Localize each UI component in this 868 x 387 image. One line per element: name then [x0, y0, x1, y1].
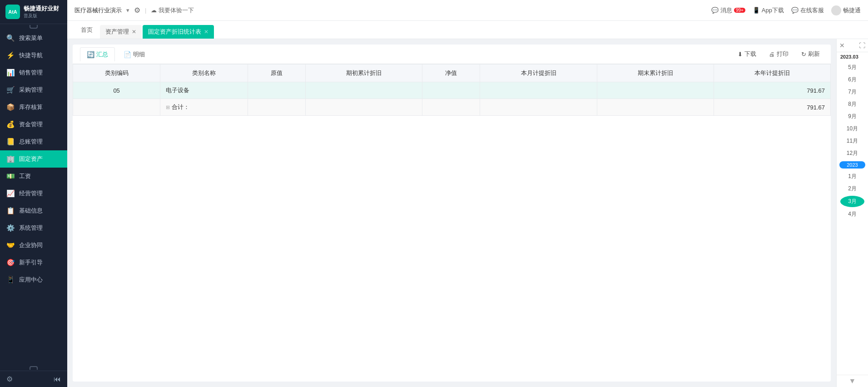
sidebar-scroll-down[interactable] [30, 366, 38, 370]
sidebar-item-operations[interactable]: 📈 经营管理 [0, 185, 67, 202]
summary-month-dep [480, 99, 597, 116]
sub-tab-detail[interactable]: 📄 明细 [117, 47, 152, 61]
month-4[interactable]: 4月 [837, 208, 868, 220]
depreciation-table: 类别编码 类别名称 原值 期初累计折旧 净值 本月计提折旧 期末累计折旧 本年计… [73, 64, 831, 116]
sidebar-item-basics[interactable]: 📋 基础信息 [0, 202, 67, 219]
app-download-button[interactable]: 📱 App下载 [753, 6, 784, 15]
year-2023-label[interactable]: 2023 [839, 161, 865, 169]
summary-label-cell: ⊞ 合计： [160, 99, 248, 116]
month-6[interactable]: 6月 [837, 74, 868, 86]
month-5[interactable]: 5月 [837, 61, 868, 74]
tab-home[interactable]: 首页 [74, 22, 99, 39]
refresh-button[interactable]: ↻ 刷新 [798, 48, 823, 60]
sidebar-label-system: 系统管理 [19, 224, 43, 232]
sidebar-item-search[interactable]: 🔍 搜索菜单 [0, 30, 67, 47]
month-2[interactable]: 2月 [837, 183, 868, 195]
month-11[interactable]: 11月 [837, 135, 868, 147]
month-8[interactable]: 8月 [837, 98, 868, 110]
sidebar-item-payroll[interactable]: 💵 工资 [0, 168, 67, 185]
summary-end-dep [597, 99, 714, 116]
tab-depreciation[interactable]: 固定资产折旧统计表 ✕ [143, 25, 214, 39]
ledger-icon: 📒 [6, 138, 15, 146]
print-icon: 🖨 [769, 51, 775, 58]
download-icon: 📱 [753, 7, 760, 14]
sidebar-label-operations: 经营管理 [19, 189, 43, 198]
sidebar-label-inventory: 库存核算 [19, 103, 43, 111]
download-button[interactable]: ⬇ 下载 [734, 48, 760, 60]
month-12[interactable]: 12月 [837, 147, 868, 159]
app-logo: AtA 畅捷通好业财 普及版 [0, 0, 67, 24]
search-icon: 🔍 [6, 34, 15, 42]
sidebar-label-purchase: 采购管理 [19, 86, 43, 94]
sidebar-item-funds[interactable]: 💰 资金管理 [0, 116, 67, 133]
online-service-button[interactable]: 💬 在线客服 [791, 6, 824, 15]
cell-year-dep: 791.67 [714, 82, 830, 99]
tab-close-asset-mgmt[interactable]: ✕ [132, 29, 136, 35]
app-name: 畅捷通好业财 [24, 5, 59, 13]
payroll-icon: 💵 [6, 172, 15, 180]
avatar-icon [831, 5, 841, 15]
sidebar-item-inventory[interactable]: 📦 库存核算 [0, 99, 67, 116]
table-row: 05 电子设备 791.67 [73, 82, 831, 99]
sidebar-item-enterprise[interactable]: 🤝 企业协同 [0, 237, 67, 254]
message-badge: 99+ [734, 8, 745, 13]
tabbar: 首页 资产管理 ✕ 固定资产折旧统计表 ✕ [67, 21, 868, 39]
right-panel-close-button[interactable]: ✕ [839, 42, 845, 49]
detail-icon: 📄 [124, 51, 131, 58]
col-header-year-dep: 本年计提折旧 [714, 64, 830, 82]
funds-icon: 💰 [6, 120, 15, 129]
month-7[interactable]: 7月 [837, 86, 868, 98]
col-header-original: 原值 [248, 64, 305, 82]
page-area: 🔄 汇总 📄 明细 ⬇ 下载 🖨 打印 [73, 45, 831, 382]
sidebar-item-purchase[interactable]: 🛒 采购管理 [0, 81, 67, 99]
cell-original [248, 82, 305, 99]
company-dropdown-icon[interactable]: ▾ [126, 7, 129, 14]
year-month-label: 2023.03 [837, 52, 868, 61]
sub-tab-summary[interactable]: 🔄 汇总 [80, 47, 115, 61]
sidebar-item-fixed-assets[interactable]: 🏢 固定资产 [0, 150, 67, 168]
sidebar-label-search: 搜索菜单 [19, 34, 43, 42]
tab-close-depreciation[interactable]: ✕ [204, 29, 208, 35]
month-3-active[interactable]: 3月 [840, 196, 864, 207]
settings-icon[interactable]: ⚙ [6, 375, 13, 383]
summary-begin-dep [305, 99, 422, 116]
system-icon: ⚙️ [6, 224, 15, 232]
month-1[interactable]: 1月 [837, 170, 868, 183]
sidebar-label-quick-nav: 快捷导航 [19, 51, 43, 60]
sidebar-scroll-up[interactable] [30, 25, 38, 29]
topbar-settings-icon[interactable]: ⚙ [134, 6, 140, 15]
message-button[interactable]: 💬 消息 99+ [711, 6, 745, 15]
user-button[interactable]: 畅捷通 [831, 5, 861, 15]
month-9[interactable]: 9月 [837, 110, 868, 123]
sidebar-item-ledger[interactable]: 📒 总账管理 [0, 133, 67, 150]
operations-icon: 📈 [6, 189, 15, 198]
enterprise-icon: 🤝 [6, 241, 15, 249]
sidebar-label-fixed-assets: 固定资产 [19, 155, 43, 163]
right-panel: ✕ ⛶ 2023.03 5月 6月 7月 8月 9月 10月 11月 12月 2… [836, 39, 868, 387]
table-container: 类别编码 类别名称 原值 期初累计折旧 净值 本月计提折旧 期末累计折旧 本年计… [73, 64, 831, 382]
inventory-icon: 📦 [6, 103, 15, 111]
sidebar-item-sales[interactable]: 📊 销售管理 [0, 64, 67, 81]
sidebar-nav: 🔍 搜索菜单 ⚡ 快捷导航 📊 销售管理 🛒 采购管理 📦 库存核算 💰 资金管… [0, 30, 67, 365]
sidebar-item-quick-nav[interactable]: ⚡ 快捷导航 [0, 47, 67, 64]
sidebar-item-system[interactable]: ⚙️ 系统管理 [0, 219, 67, 237]
collapse-icon[interactable]: ⏮ [54, 375, 61, 383]
summary-net [422, 99, 480, 116]
feedback-icon: ☁ [151, 7, 157, 14]
panel-nav-down[interactable]: ▼ [849, 377, 856, 385]
topbar-right: 💬 消息 99+ 📱 App下载 💬 在线客服 畅捷通 [711, 5, 861, 15]
topbar: 医疗器械行业演示 ▾ ⚙ | ☁ 我要体验一下 💬 消息 99+ 📱 App下载… [67, 0, 868, 21]
sidebar-item-app-center[interactable]: 📱 应用中心 [0, 271, 67, 288]
sidebar-label-enterprise: 企业协同 [19, 241, 43, 249]
feedback-button[interactable]: ☁ 我要体验一下 [151, 6, 194, 15]
sidebar-label-funds: 资金管理 [19, 120, 43, 129]
sidebar-item-guide[interactable]: 🎯 新手引导 [0, 254, 67, 271]
col-header-name: 类别名称 [160, 64, 248, 82]
col-header-end-dep: 期末累计折旧 [597, 64, 714, 82]
month-10[interactable]: 10月 [837, 123, 868, 135]
print-button[interactable]: 🖨 打印 [765, 48, 792, 60]
tab-asset-mgmt[interactable]: 资产管理 ✕ [100, 25, 142, 39]
summary-icon: 🔄 [87, 51, 94, 58]
app-version: 普及版 [24, 13, 59, 19]
right-panel-expand-button[interactable]: ⛶ [859, 42, 865, 49]
